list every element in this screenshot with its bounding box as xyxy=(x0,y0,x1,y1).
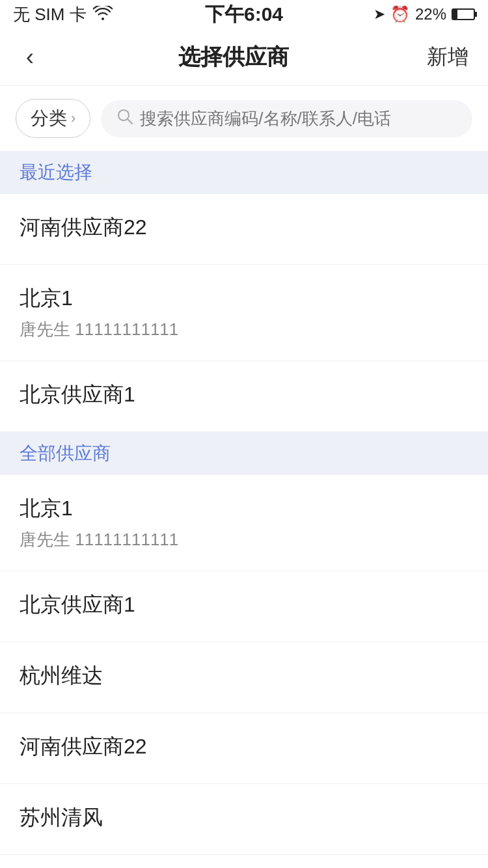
battery-icon xyxy=(452,8,475,20)
item-name: 河南供应商22 xyxy=(20,213,468,242)
list-item[interactable]: 苏州清风 xyxy=(0,784,488,855)
page-title: 选择供应商 xyxy=(178,42,289,72)
search-input[interactable] xyxy=(140,109,457,129)
recent-section-label: 最近选择 xyxy=(20,162,92,182)
item-subtitle: 唐先生 11111111111 xyxy=(20,318,468,341)
status-bar: 无 SIM 卡 下午6:04 ➤ ⏰ 22% xyxy=(0,0,488,29)
item-subtitle: 唐先生 11111111111 xyxy=(20,528,468,551)
battery-label: 22% xyxy=(415,5,446,23)
item-name: 苏州清风 xyxy=(20,804,468,832)
item-name: 杭州维达 xyxy=(20,662,468,690)
category-button[interactable]: 分类 › xyxy=(16,99,90,138)
filter-bar: 分类 › xyxy=(0,86,488,151)
list-item[interactable]: 北京供应商1 xyxy=(0,361,488,432)
status-left: 无 SIM 卡 xyxy=(13,3,113,26)
recent-list: 河南供应商22北京1唐先生 11111111111北京供应商1 xyxy=(0,194,488,432)
search-wrapper[interactable] xyxy=(101,100,472,137)
list-item[interactable]: 北京1唐先生 11111111111 xyxy=(0,265,488,361)
all-section-header: 全部供应商 xyxy=(0,432,488,475)
list-item[interactable]: 河南供应商22 xyxy=(0,713,488,784)
list-item[interactable]: 河南供应商22 xyxy=(0,194,488,265)
item-name: 北京1 xyxy=(20,284,468,313)
recent-section-header: 最近选择 xyxy=(0,151,488,194)
item-name: 北京1 xyxy=(20,495,468,523)
add-button[interactable]: 新增 xyxy=(427,43,468,72)
carrier-label: 无 SIM 卡 xyxy=(13,3,87,26)
search-icon xyxy=(116,108,133,129)
item-name: 北京供应商1 xyxy=(20,381,468,409)
all-suppliers-list: 北京1唐先生 11111111111北京供应商1杭州维达河南供应商22苏州清风 xyxy=(0,475,488,855)
all-section-label: 全部供应商 xyxy=(20,443,111,463)
category-label: 分类 xyxy=(31,106,67,131)
item-name: 河南供应商22 xyxy=(20,733,468,761)
location-icon: ➤ xyxy=(373,6,385,23)
back-button[interactable]: ‹ xyxy=(20,37,40,77)
svg-line-1 xyxy=(128,119,132,124)
alarm-icon: ⏰ xyxy=(390,5,410,23)
status-right: ➤ ⏰ 22% xyxy=(373,5,475,23)
status-time: 下午6:04 xyxy=(205,1,283,28)
list-item[interactable]: 杭州维达 xyxy=(0,642,488,713)
list-item[interactable]: 北京1唐先生 11111111111 xyxy=(0,475,488,571)
wifi-icon xyxy=(93,5,113,25)
list-item[interactable]: 北京供应商1 xyxy=(0,571,488,642)
item-name: 北京供应商1 xyxy=(20,591,468,619)
nav-bar: ‹ 选择供应商 新增 xyxy=(0,29,488,86)
chevron-right-icon: › xyxy=(71,110,75,127)
